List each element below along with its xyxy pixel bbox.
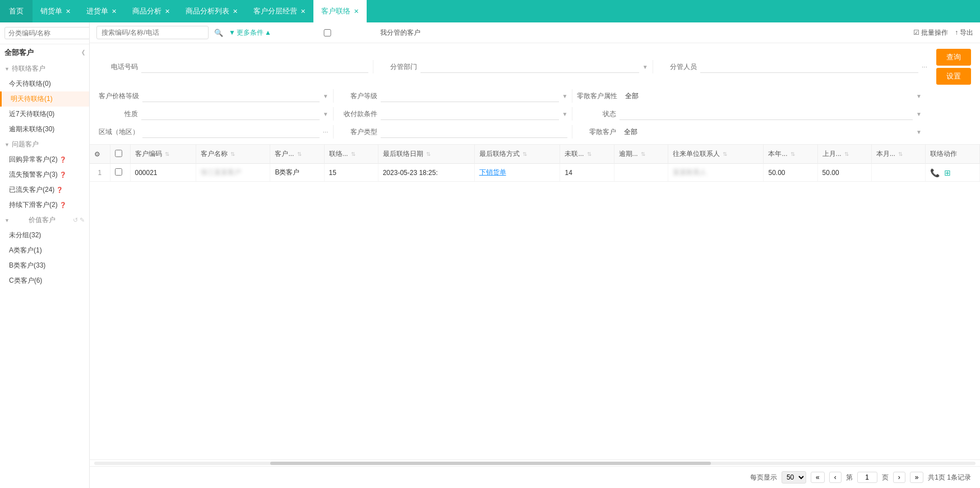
nav-purchase-close[interactable]: ✕: [112, 8, 117, 15]
filter-customer-level: 客户等级 ▼: [338, 90, 568, 102]
gender-arrow-icon[interactable]: ▼: [323, 111, 329, 117]
last-page-btn[interactable]: »: [910, 472, 924, 483]
sidebar-item-churn-warning[interactable]: 流失预警客户(3) ❓: [0, 167, 89, 182]
sort-icon-last-month[interactable]: ⇅: [844, 151, 849, 157]
filter-gender-input[interactable]: [141, 108, 320, 120]
filter-retail-customer-value: 全部: [624, 127, 637, 137]
filter-status-input[interactable]: [620, 108, 913, 120]
manager-dots[interactable]: ···: [922, 63, 927, 71]
page-input[interactable]: [857, 472, 877, 483]
query-button[interactable]: 查询: [936, 49, 971, 66]
sidebar-item-churned[interactable]: 已流失客户(24) ❓: [0, 182, 89, 197]
filter-retail-customer-label: 零散客户: [577, 127, 616, 137]
help-icon-repurchase[interactable]: ❓: [59, 156, 66, 163]
filter-search-icon[interactable]: 🔍: [214, 29, 223, 37]
th-this-year-label: 本年...: [768, 150, 787, 158]
more-conditions-btn[interactable]: ▼ 更多条件 ▲: [229, 28, 271, 38]
sort-icon-last-method[interactable]: ⇅: [523, 151, 527, 157]
dept-arrow-icon[interactable]: ▼: [642, 64, 648, 70]
first-page-btn[interactable]: «: [811, 472, 825, 483]
filter-area-input[interactable]: [142, 126, 320, 138]
sort-icon-company-contact[interactable]: ⇅: [723, 151, 727, 157]
nav-customer-contact[interactable]: 客户联络 ✕: [313, 0, 367, 22]
help-icon-declining[interactable]: ❓: [59, 202, 66, 208]
customer-level-arrow-icon[interactable]: ▼: [562, 93, 568, 99]
sort-icon-contact-count[interactable]: ⇅: [351, 151, 355, 157]
th-code-label: 客户编码: [135, 150, 162, 158]
sort-icon-overdue[interactable]: ⇅: [641, 151, 645, 157]
batch-action-btn[interactable]: ☑ 批量操作: [913, 28, 948, 38]
sidebar-item-type-c[interactable]: C类客户(6): [0, 273, 89, 288]
sidebar-item-ungrouped[interactable]: 未分组(32): [0, 228, 89, 243]
search-input[interactable]: [96, 26, 209, 39]
sidebar-all-customers[interactable]: 全部客户 《: [0, 44, 89, 61]
filter-price-level-input[interactable]: [142, 90, 320, 102]
phone-action-icon[interactable]: 📞: [930, 168, 940, 177]
price-level-arrow-icon[interactable]: ▼: [323, 93, 329, 99]
filter-manager-input[interactable]: [700, 61, 918, 73]
scroll-thumb[interactable]: [270, 462, 711, 465]
filter-customer-type-input[interactable]: [381, 126, 568, 138]
horizontal-scrollbar[interactable]: [90, 459, 980, 466]
nav-goods-analysis-close[interactable]: ✕: [165, 8, 170, 15]
filter-customer-level-input[interactable]: [381, 90, 559, 102]
nav-goods-analysis-list[interactable]: 商品分析列表 ✕: [178, 0, 246, 22]
sidebar-item-declining[interactable]: 持续下滑客户(2) ❓: [0, 197, 89, 213]
sidebar-item-overdue-contact[interactable]: 逾期未联络(30): [0, 122, 89, 137]
sort-icon-last-date[interactable]: ⇅: [426, 151, 431, 157]
export-btn[interactable]: ↑ 导出: [955, 28, 973, 38]
th-contact-count-label: 联络...: [329, 150, 348, 158]
sidebar-item-type-b[interactable]: B类客户(33): [0, 258, 89, 273]
filter-retail-customer: 零散客户 全部 ▼: [577, 127, 922, 137]
nav-goods-analysis[interactable]: 商品分析 ✕: [124, 0, 178, 22]
next-page-btn[interactable]: ›: [893, 472, 905, 483]
table-header-row: ⚙ 客户编码 ⇅ 客户名称 ⇅: [90, 145, 980, 164]
area-dots[interactable]: ···: [323, 128, 329, 136]
nav-sales[interactable]: 销货单 ✕: [33, 0, 78, 22]
row-checkbox[interactable]: [115, 168, 122, 176]
sort-icon-this-month[interactable]: ⇅: [898, 151, 903, 157]
settings-button[interactable]: 设置: [936, 68, 971, 85]
filter-dept-input[interactable]: [420, 61, 639, 73]
payment-arrow-icon[interactable]: ▼: [562, 111, 568, 117]
nav-goods-analysis-label: 商品分析: [132, 6, 161, 16]
filter-customer-level-label: 客户等级: [338, 91, 377, 101]
retail-customer-arrow-icon[interactable]: ▼: [916, 129, 922, 135]
sort-icon-name[interactable]: ⇅: [230, 151, 235, 157]
sidebar-item-tomorrow-contact[interactable]: 明天待联络(1): [0, 91, 89, 107]
sidebar-collapse-icon[interactable]: 《: [78, 49, 85, 57]
sort-icon-type[interactable]: ⇅: [297, 151, 302, 157]
nav-sales-close[interactable]: ✕: [66, 8, 71, 15]
sidebar-search-input[interactable]: [4, 27, 90, 39]
sort-icon-code[interactable]: ⇅: [165, 151, 169, 157]
page-size-select[interactable]: 50: [782, 471, 806, 484]
export-label: 导出: [960, 28, 973, 38]
sidebar-item-today-contact[interactable]: 今天待联络(0): [0, 76, 89, 91]
nav-goods-analysis-list-close[interactable]: ✕: [233, 8, 238, 15]
help-icon-churn[interactable]: ❓: [59, 172, 66, 178]
nav-customer-tier[interactable]: 客户分层经营 ✕: [246, 0, 313, 22]
sort-icon-this-year[interactable]: ⇅: [791, 151, 795, 157]
grid-action-icon[interactable]: ⊞: [944, 168, 951, 177]
nav-customer-tier-close[interactable]: ✕: [301, 8, 306, 15]
help-icon-churned[interactable]: ❓: [56, 187, 63, 193]
filter-phone-input[interactable]: [141, 61, 368, 73]
select-all-checkbox[interactable]: [115, 150, 122, 157]
gear-icon[interactable]: ⚙: [94, 150, 100, 158]
nav-customer-contact-close[interactable]: ✕: [354, 8, 359, 15]
sidebar-value-actions[interactable]: ↺ ✎: [73, 217, 85, 224]
retail-attr-arrow-icon[interactable]: ▼: [916, 93, 922, 99]
sidebar-item-type-a[interactable]: A类客户(1): [0, 243, 89, 258]
sort-icon-uncontacted[interactable]: ⇅: [587, 151, 591, 157]
nav-home[interactable]: 首页: [0, 0, 33, 22]
status-arrow-icon[interactable]: ▼: [916, 111, 922, 117]
filter-payment-input[interactable]: [381, 108, 559, 120]
my-customers-filter[interactable]: 我分管的客户: [277, 28, 420, 38]
my-customers-checkbox[interactable]: [277, 29, 378, 36]
nav-purchase[interactable]: 进货单 ✕: [78, 0, 124, 22]
last-method-link[interactable]: 下销货单: [479, 168, 506, 176]
sidebar-item-repurchase[interactable]: 回购异常客户(2) ❓: [0, 152, 89, 167]
prev-page-btn[interactable]: ‹: [829, 472, 842, 483]
cell-index: 1: [90, 164, 110, 182]
sidebar-item-week-contact[interactable]: 近7天待联络(0): [0, 107, 89, 122]
